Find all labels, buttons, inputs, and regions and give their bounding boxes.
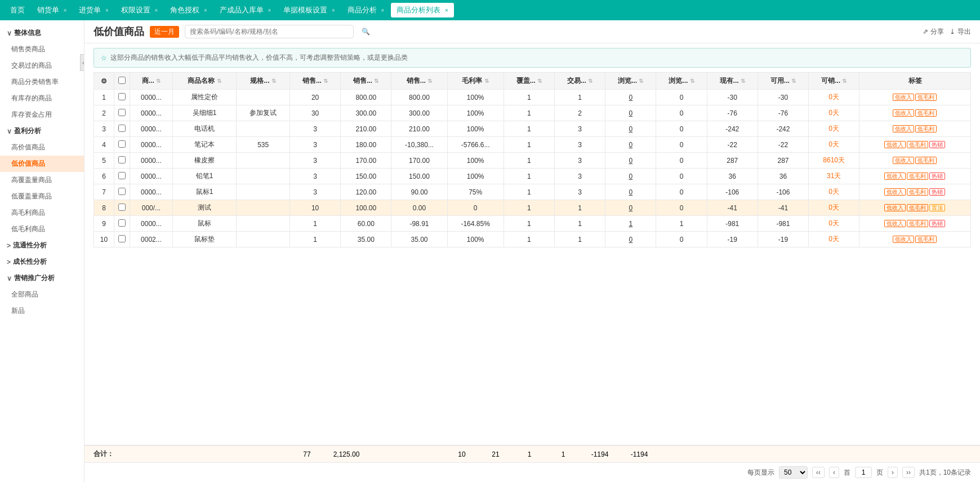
data-table: ⚙ 商... ⇅ 商品名称 ⇅ 规格... ⇅ 销售... ⇅ 销售... ⇅ … bbox=[93, 72, 971, 247]
row-v7[interactable]: 0 bbox=[605, 232, 656, 247]
row-checkbox[interactable] bbox=[118, 125, 126, 132]
share-btn[interactable]: ⇗ 分享 bbox=[923, 27, 944, 37]
browse-link[interactable]: 0 bbox=[629, 94, 632, 101]
row-v7[interactable]: 0 bbox=[605, 153, 656, 169]
row-check[interactable] bbox=[114, 153, 130, 169]
sidebar-item-traded[interactable]: 交易过的商品 bbox=[0, 58, 84, 74]
col-sales1[interactable]: 销售... ⇅ bbox=[289, 73, 340, 90]
page-number-input[interactable] bbox=[855, 467, 872, 478]
page-size-select[interactable]: 50 100 200 bbox=[779, 466, 808, 479]
row-checkbox[interactable] bbox=[118, 172, 126, 179]
row-checkbox[interactable] bbox=[118, 109, 126, 116]
nav-sales[interactable]: 销货单 × bbox=[32, 3, 72, 17]
browse-link[interactable]: 0 bbox=[629, 236, 632, 244]
row-check[interactable] bbox=[114, 169, 130, 184]
col-gear[interactable]: ⚙ bbox=[94, 73, 114, 90]
row-check[interactable] bbox=[114, 232, 130, 247]
col-browse2[interactable]: 浏览... ⇅ bbox=[656, 73, 707, 90]
row-checkbox[interactable] bbox=[118, 140, 126, 148]
col-margin[interactable]: 毛利率 ⇅ bbox=[447, 73, 504, 90]
browse-link[interactable]: 0 bbox=[629, 173, 632, 180]
search-input[interactable] bbox=[185, 25, 354, 38]
col-sales2[interactable]: 销售... ⇅ bbox=[341, 73, 391, 90]
row-v7[interactable]: 0 bbox=[605, 90, 656, 105]
row-v7[interactable]: 0 bbox=[605, 200, 656, 216]
row-check[interactable] bbox=[114, 105, 130, 121]
row-v7[interactable]: 0 bbox=[605, 169, 656, 184]
row-checkbox[interactable] bbox=[118, 235, 126, 242]
export-btn[interactable]: ⤓ 导出 bbox=[950, 27, 971, 37]
col-coverage[interactable]: 覆盖... ⇅ bbox=[504, 73, 554, 90]
sidebar-section-growth[interactable]: > 成长性分析 bbox=[0, 254, 84, 270]
col-current[interactable]: 现有... ⇅ bbox=[707, 73, 758, 90]
sidebar-item-all-goods[interactable]: 全部商品 bbox=[0, 286, 84, 303]
sidebar-item-high-margin[interactable]: 高毛利商品 bbox=[0, 205, 84, 221]
select-all-checkbox[interactable] bbox=[118, 77, 126, 84]
sidebar-item-capital[interactable]: 库存资金占用 bbox=[0, 107, 84, 123]
sidebar-item-sales-goods[interactable]: 销售类商品 bbox=[0, 41, 84, 58]
sidebar-item-low-coverage[interactable]: 低覆盖量商品 bbox=[0, 188, 84, 205]
browse-link[interactable]: 0 bbox=[629, 141, 632, 149]
browse-link[interactable]: 0 bbox=[629, 109, 632, 117]
sidebar-item-high-value[interactable]: 高价值商品 bbox=[0, 139, 84, 156]
row-check[interactable] bbox=[114, 121, 130, 137]
row-check[interactable] bbox=[114, 184, 130, 200]
sidebar-item-high-coverage[interactable]: 高覆盖量商品 bbox=[0, 172, 84, 188]
row-v7[interactable]: 1 bbox=[605, 216, 656, 232]
col-available[interactable]: 可用... ⇅ bbox=[758, 73, 808, 90]
row-checkbox[interactable] bbox=[118, 219, 126, 227]
row-check[interactable] bbox=[114, 216, 130, 232]
next-page-btn[interactable]: › bbox=[888, 467, 898, 478]
row-check[interactable] bbox=[114, 90, 130, 105]
first-page-btn[interactable]: ‹‹ bbox=[812, 467, 825, 478]
nav-permissions[interactable]: 权限设置 × bbox=[115, 3, 163, 17]
col-sales3[interactable]: 销售... ⇅ bbox=[391, 73, 447, 90]
sidebar-item-new-goods[interactable]: 新品 bbox=[0, 303, 84, 319]
row-v7[interactable]: 0 bbox=[605, 121, 656, 137]
nav-purchase[interactable]: 进货单 × bbox=[73, 3, 114, 17]
col-code[interactable]: 商... ⇅ bbox=[130, 73, 173, 90]
prev-page-btn[interactable]: ‹ bbox=[829, 467, 839, 478]
row-v7[interactable]: 0 bbox=[605, 105, 656, 121]
sidebar-item-category-rate[interactable]: 商品分类销售率 bbox=[0, 74, 84, 90]
browse-link[interactable]: 0 bbox=[629, 188, 632, 196]
row-check[interactable] bbox=[114, 137, 130, 153]
col-sellable[interactable]: 可销... ⇅ bbox=[809, 73, 859, 90]
sidebar-section-profit[interactable]: ∨ 盈利分析 bbox=[0, 123, 84, 139]
row-checkbox[interactable] bbox=[118, 93, 126, 100]
browse-link[interactable]: 0 bbox=[629, 157, 632, 165]
row-v7[interactable]: 0 bbox=[605, 137, 656, 153]
row-v7[interactable]: 0 bbox=[605, 184, 656, 200]
sidebar-collapse-btn[interactable]: « bbox=[80, 54, 84, 71]
nav-template[interactable]: 单据模板设置 × bbox=[278, 3, 340, 17]
sidebar-item-low-margin[interactable]: 低毛利商品 bbox=[0, 221, 84, 237]
row-checkbox[interactable] bbox=[118, 156, 126, 163]
col-transaction[interactable]: 交易... ⇅ bbox=[554, 73, 605, 90]
nav-roles[interactable]: 角色授权 × bbox=[164, 3, 212, 17]
browse-link[interactable]: 0 bbox=[629, 204, 632, 212]
browse-link[interactable]: 0 bbox=[629, 125, 632, 133]
sidebar-item-low-value[interactable]: 低价值商品 bbox=[0, 156, 84, 172]
col-name[interactable]: 商品名称 ⇅ bbox=[172, 73, 236, 90]
browse-link[interactable]: 1 bbox=[629, 220, 632, 228]
last-page-btn[interactable]: ›› bbox=[902, 467, 915, 478]
sidebar-section-marketing[interactable]: ∨ 营销推广分析 bbox=[0, 270, 84, 286]
row-v8: 0 bbox=[656, 169, 707, 184]
nav-analysis-list[interactable]: 商品分析列表 × bbox=[391, 3, 453, 17]
row-check[interactable] bbox=[114, 200, 130, 216]
search-icon[interactable]: 🔍 bbox=[362, 28, 370, 36]
row-v5: 1 bbox=[504, 105, 554, 121]
nav-analysis[interactable]: 商品分析 × bbox=[342, 3, 390, 17]
nav-home[interactable]: 首页 bbox=[5, 3, 30, 17]
sidebar-section-general[interactable]: ∨ 整体信息 bbox=[0, 25, 84, 41]
time-filter-badge[interactable]: 近一月 bbox=[150, 26, 179, 38]
row-checkbox[interactable] bbox=[118, 204, 126, 211]
nav-inbound[interactable]: 产成品入库单 × bbox=[214, 3, 277, 17]
col-spec[interactable]: 规格... ⇅ bbox=[237, 73, 290, 90]
col-checkbox[interactable] bbox=[114, 73, 130, 90]
sidebar-section-circulation[interactable]: > 流通性分析 bbox=[0, 237, 84, 254]
row-checkbox[interactable] bbox=[118, 188, 126, 195]
sidebar-item-stock-goods[interactable]: 有库存的商品 bbox=[0, 90, 84, 107]
data-table-wrapper[interactable]: ⚙ 商... ⇅ 商品名称 ⇅ 规格... ⇅ 销售... ⇅ 销售... ⇅ … bbox=[84, 72, 980, 445]
col-browse1[interactable]: 浏览... ⇅ bbox=[605, 73, 656, 90]
